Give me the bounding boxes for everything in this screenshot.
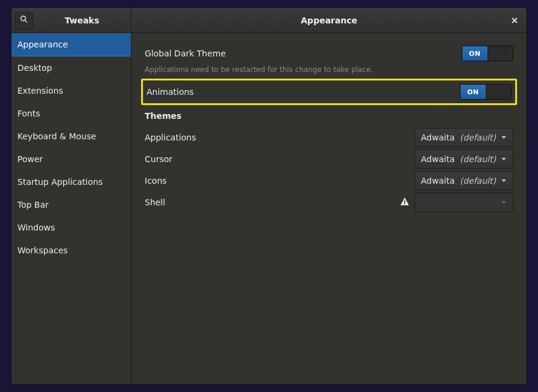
switch-knob — [488, 46, 513, 61]
row-theme-icons: Icons Adwaita (default) — [145, 170, 513, 191]
animations-highlight: Animations ON — [141, 79, 517, 105]
theme-cursor-label: Cursor — [145, 154, 414, 164]
switch-on-label: ON — [462, 46, 488, 61]
sidebar-item-extensions[interactable]: Extensions — [11, 79, 131, 102]
theme-icons-combo[interactable]: Adwaita (default) — [414, 171, 513, 190]
sidebar-item-power[interactable]: Power — [11, 148, 131, 170]
global-dark-theme-switch[interactable]: ON — [462, 46, 513, 61]
app-title: Tweaks — [33, 16, 131, 25]
headerbar: Tweaks Appearance — [11, 8, 527, 33]
close-button[interactable] — [509, 14, 521, 26]
headerbar-right: Appearance — [131, 8, 527, 33]
row-animations: Animations ON — [147, 83, 512, 101]
chevron-down-icon — [497, 134, 510, 140]
theme-icons-label: Icons — [145, 176, 414, 185]
global-dark-theme-subtext: Applications need to be restarted for th… — [145, 65, 513, 74]
themes-heading: Themes — [145, 111, 513, 121]
sidebar-item-startup-applications[interactable]: Startup Applications — [11, 170, 131, 193]
combo-value: Adwaita (default) — [421, 154, 497, 164]
sidebar-item-appearance[interactable]: Appearance — [11, 33, 131, 56]
sidebar-item-fonts[interactable]: Fonts — [11, 102, 131, 125]
search-icon — [20, 15, 28, 25]
global-dark-theme-label: Global Dark Theme — [145, 49, 462, 58]
warning-icon — [400, 197, 410, 208]
combo-value: Adwaita (default) — [421, 133, 497, 142]
sidebar: Appearance Desktop Extensions Fonts Keyb… — [11, 33, 131, 384]
sidebar-item-windows[interactable]: Windows — [11, 216, 131, 239]
switch-on-label: ON — [461, 85, 486, 99]
sidebar-item-workspaces[interactable]: Workspaces — [11, 239, 131, 262]
search-button[interactable] — [15, 12, 33, 29]
chevron-down-icon — [497, 156, 510, 162]
window-body: Appearance Desktop Extensions Fonts Keyb… — [11, 33, 527, 384]
chevron-down-icon — [497, 178, 510, 184]
theme-cursor-combo[interactable]: Adwaita (default) — [414, 149, 513, 169]
page-title: Appearance — [131, 16, 527, 25]
theme-shell-label: Shell — [145, 198, 400, 207]
content-pane: Global Dark Theme ON Applications need t… — [131, 33, 527, 384]
animations-label: Animations — [147, 87, 460, 97]
row-theme-shell: Shell — [145, 191, 513, 213]
close-icon — [512, 16, 518, 25]
theme-shell-combo — [414, 193, 513, 212]
theme-applications-combo[interactable]: Adwaita (default) — [414, 128, 513, 147]
animations-switch[interactable]: ON — [460, 84, 512, 100]
sidebar-item-top-bar[interactable]: Top Bar — [11, 193, 131, 216]
row-global-dark-theme: Global Dark Theme ON — [145, 43, 513, 64]
tweaks-window: Tweaks Appearance Appearance Desktop Ext… — [11, 7, 527, 385]
switch-knob — [486, 85, 512, 99]
chevron-down-icon — [497, 199, 510, 205]
combo-value: Adwaita (default) — [421, 176, 497, 185]
row-theme-cursor: Cursor Adwaita (default) — [145, 148, 513, 170]
theme-applications-label: Applications — [145, 133, 414, 142]
sidebar-item-keyboard-mouse[interactable]: Keyboard & Mouse — [11, 125, 131, 148]
row-theme-applications: Applications Adwaita (default) — [145, 127, 513, 148]
headerbar-left: Tweaks — [11, 8, 131, 33]
sidebar-item-desktop[interactable]: Desktop — [11, 56, 131, 79]
